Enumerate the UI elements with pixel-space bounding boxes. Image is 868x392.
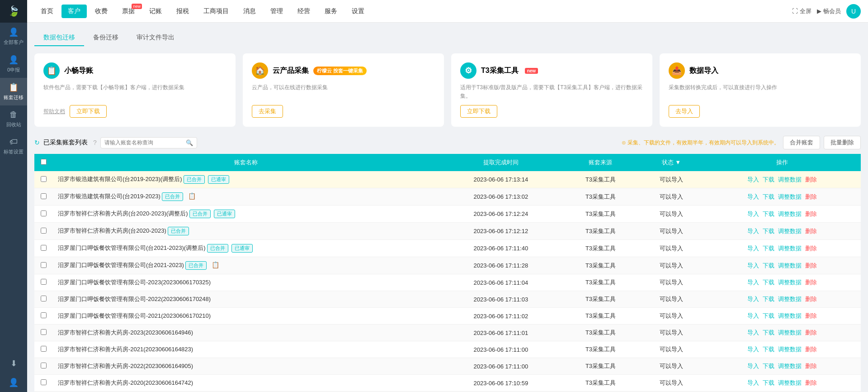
fullscreen-button[interactable]: ⛶ 全屏: [792, 7, 811, 15]
t3-download-button[interactable]: 立即下载: [460, 105, 497, 118]
help-icon[interactable]: ?: [93, 139, 97, 146]
sidebar-item-download[interactable]: ⬇: [0, 354, 27, 373]
op-调整数据-button[interactable]: 调整数据: [778, 245, 802, 252]
op-下载-button[interactable]: 下载: [763, 279, 774, 286]
op-导入-button[interactable]: 导入: [747, 262, 759, 269]
merge-accounts-button[interactable]: 合并账套: [783, 136, 820, 149]
nav-fees[interactable]: 收费: [89, 5, 114, 18]
user-avatar[interactable]: U: [846, 4, 861, 19]
row-checkbox[interactable]: [41, 296, 47, 301]
nav-business[interactable]: 工商项目: [197, 5, 235, 18]
op-导入-button[interactable]: 导入: [747, 379, 759, 386]
cloud-collect-button[interactable]: 去采集: [252, 105, 283, 118]
op-导入-button[interactable]: 导入: [747, 296, 759, 302]
op-delete-button[interactable]: 删除: [805, 346, 817, 353]
op-导入-button[interactable]: 导入: [747, 228, 759, 234]
row-checkbox[interactable]: [41, 176, 47, 182]
nav-settings[interactable]: 设置: [345, 5, 371, 18]
op-调整数据-button[interactable]: 调整数据: [778, 312, 802, 319]
op-导入-button[interactable]: 导入: [747, 363, 759, 369]
op-delete-button[interactable]: 删除: [805, 228, 817, 234]
op-delete-button[interactable]: 删除: [805, 296, 817, 302]
op-delete-button[interactable]: 删除: [805, 210, 817, 217]
nav-home[interactable]: 首页: [34, 5, 60, 18]
op-调整数据-button[interactable]: 调整数据: [778, 262, 802, 269]
op-调整数据-button[interactable]: 调整数据: [778, 176, 802, 183]
op-下载-button[interactable]: 下载: [763, 176, 774, 183]
row-checkbox[interactable]: [41, 312, 47, 318]
row-checkbox[interactable]: [41, 346, 47, 352]
op-调整数据-button[interactable]: 调整数据: [778, 379, 802, 386]
row-checkbox[interactable]: [41, 245, 47, 251]
op-delete-button[interactable]: 删除: [805, 262, 817, 269]
select-all-checkbox[interactable]: [41, 159, 47, 165]
search-input[interactable]: [104, 139, 186, 146]
op-delete-button[interactable]: 删除: [805, 312, 817, 319]
row-checkbox[interactable]: [41, 379, 47, 385]
op-调整数据-button[interactable]: 调整数据: [778, 363, 802, 369]
row-checkbox[interactable]: [41, 262, 47, 268]
row-checkbox[interactable]: [41, 363, 47, 368]
refresh-icon[interactable]: ↻: [34, 139, 40, 146]
op-调整数据-button[interactable]: 调整数据: [778, 346, 802, 353]
op-下载-button[interactable]: 下载: [763, 346, 774, 353]
op-导入-button[interactable]: 导入: [747, 245, 759, 252]
op-下载-button[interactable]: 下载: [763, 379, 774, 386]
op-导入-button[interactable]: 导入: [747, 279, 759, 286]
op-下载-button[interactable]: 下载: [763, 262, 774, 269]
row-checkbox[interactable]: [41, 228, 47, 234]
op-下载-button[interactable]: 下载: [763, 312, 774, 319]
op-下载-button[interactable]: 下载: [763, 210, 774, 217]
sidebar-item-user-bottom[interactable]: 👤: [0, 373, 27, 392]
op-导入-button[interactable]: 导入: [747, 329, 759, 336]
op-delete-button[interactable]: 删除: [805, 329, 817, 336]
op-导入-button[interactable]: 导入: [747, 312, 759, 319]
sidebar-item-recycle[interactable]: 🗑 回收站: [0, 105, 27, 133]
op-调整数据-button[interactable]: 调整数据: [778, 279, 802, 286]
nav-bookkeeping[interactable]: 记账: [143, 5, 168, 18]
member-button[interactable]: ▶ 畅会员: [817, 7, 841, 15]
op-delete-button[interactable]: 删除: [805, 176, 817, 183]
row-checkbox[interactable]: [41, 193, 47, 199]
dataimport-button[interactable]: 去导入: [669, 105, 700, 118]
op-导入-button[interactable]: 导入: [747, 193, 759, 200]
row-checkbox[interactable]: [41, 329, 47, 335]
op-下载-button[interactable]: 下载: [763, 228, 774, 234]
row-checkbox[interactable]: [41, 210, 47, 216]
sidebar-item-all-clients[interactable]: 👤 全部客户: [0, 23, 27, 50]
op-delete-button[interactable]: 删除: [805, 363, 817, 369]
nav-invoices[interactable]: 票据new: [116, 5, 141, 18]
sidebar-logo[interactable]: 🍃: [0, 0, 27, 23]
tab-audit-export[interactable]: 审计文件导出: [127, 30, 184, 46]
op-下载-button[interactable]: 下载: [763, 296, 774, 302]
sidebar-item-tag-settings[interactable]: 🏷 标签设置: [0, 133, 27, 160]
nav-clients[interactable]: 客户: [61, 5, 87, 18]
op-调整数据-button[interactable]: 调整数据: [778, 228, 802, 234]
op-调整数据-button[interactable]: 调整数据: [778, 210, 802, 217]
tab-backup-migration[interactable]: 备份迁移: [84, 30, 127, 46]
nav-operations[interactable]: 经营: [291, 5, 316, 18]
batch-delete-button[interactable]: 批量删除: [824, 136, 861, 149]
sidebar-item-zero-report[interactable]: 👤 0申报: [0, 50, 27, 78]
op-delete-button[interactable]: 删除: [805, 193, 817, 200]
tab-data-migration[interactable]: 数据包迁移: [34, 30, 84, 46]
op-导入-button[interactable]: 导入: [747, 346, 759, 353]
op-delete-button[interactable]: 删除: [805, 245, 817, 252]
op-delete-button[interactable]: 删除: [805, 379, 817, 386]
nav-messages[interactable]: 消息: [237, 5, 262, 18]
op-导入-button[interactable]: 导入: [747, 176, 759, 183]
row-checkbox[interactable]: [41, 279, 47, 285]
help-doc-link[interactable]: 帮助文档: [43, 108, 65, 115]
op-导入-button[interactable]: 导入: [747, 210, 759, 217]
op-下载-button[interactable]: 下载: [763, 245, 774, 252]
nav-services[interactable]: 服务: [318, 5, 344, 18]
op-调整数据-button[interactable]: 调整数据: [778, 193, 802, 200]
xiaochang-download-button[interactable]: 立即下载: [70, 105, 107, 118]
col-status[interactable]: 状态 ▼: [639, 154, 703, 171]
op-下载-button[interactable]: 下载: [763, 193, 774, 200]
op-delete-button[interactable]: 删除: [805, 279, 817, 286]
op-调整数据-button[interactable]: 调整数据: [778, 296, 802, 302]
nav-tax[interactable]: 报税: [170, 5, 195, 18]
nav-management[interactable]: 管理: [264, 5, 289, 18]
op-调整数据-button[interactable]: 调整数据: [778, 329, 802, 336]
